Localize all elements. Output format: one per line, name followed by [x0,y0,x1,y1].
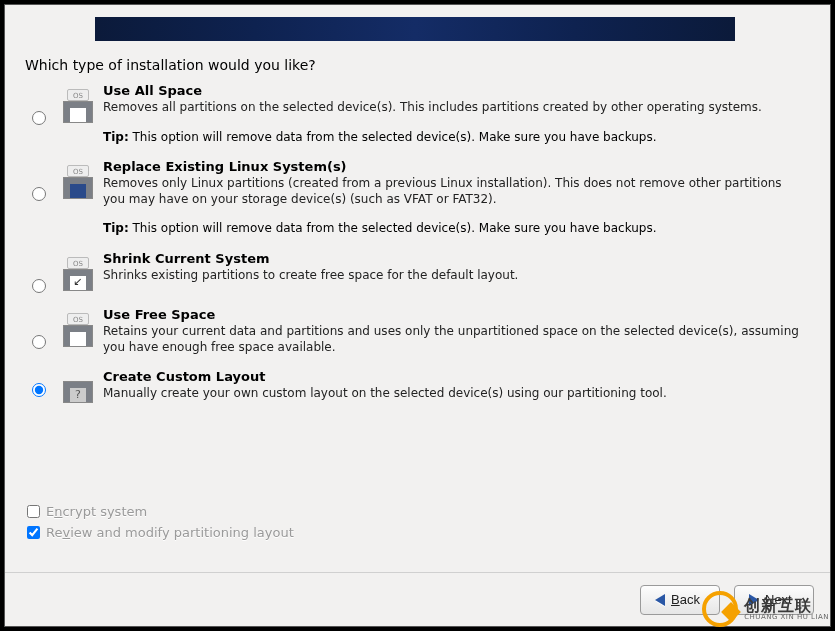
option-title: Replace Existing Linux System(s) [103,159,800,174]
installation-options: OS Use All Space Removes all partitions … [25,79,810,421]
option-tip: Tip: This option will remove data from t… [103,221,800,237]
disk-icon: OS [63,89,93,125]
arrow-right-icon [749,594,759,606]
next-button[interactable]: Next [734,585,814,615]
option-title: Use All Space [103,83,800,98]
radio-use-free-space[interactable] [32,335,46,349]
radio-create-custom-layout[interactable] [32,383,46,397]
option-use-free-space[interactable]: OS Use Free Space Retains your current d… [25,303,810,365]
arrow-left-icon [655,594,665,606]
footer-bar: Back Next [5,572,830,626]
option-use-all-space[interactable]: OS Use All Space Removes all partitions … [25,79,810,155]
encrypt-checkbox-input[interactable] [27,505,40,518]
option-desc: Shrinks existing partitions to create fr… [103,268,800,284]
option-title: Use Free Space [103,307,800,322]
radio-replace-existing[interactable] [32,187,46,201]
option-replace-existing[interactable]: OS Replace Existing Linux System(s) Remo… [25,155,810,247]
option-tip: Tip: This option will remove data from t… [103,130,800,146]
additional-checkboxes: Encrypt system Review and modify partiti… [27,504,294,546]
disk-icon: OS [63,257,93,293]
review-checkbox-input[interactable] [27,526,40,539]
review-layout-checkbox[interactable]: Review and modify partitioning layout [27,525,294,540]
option-shrink-current[interactable]: OS Shrink Current System Shrinks existin… [25,247,810,303]
radio-use-all-space[interactable] [32,111,46,125]
back-button[interactable]: Back [640,585,720,615]
option-desc: Removes all partitions on the selected d… [103,100,800,116]
encrypt-system-checkbox[interactable]: Encrypt system [27,504,294,519]
radio-shrink-current[interactable] [32,279,46,293]
installation-type-question: Which type of installation would you lik… [25,57,316,73]
option-create-custom-layout[interactable]: ? Create Custom Layout Manually create y… [25,365,810,421]
option-title: Create Custom Layout [103,369,800,384]
header-banner [95,17,735,41]
option-desc: Removes only Linux partitions (created f… [103,176,800,207]
option-desc: Manually create your own custom layout o… [103,386,800,402]
installer-window: Which type of installation would you lik… [4,4,831,627]
disk-icon-question: ? [63,375,93,411]
option-desc: Retains your current data and partitions… [103,324,800,355]
disk-icon: OS [63,165,93,201]
disk-icon: OS [63,313,93,349]
option-title: Shrink Current System [103,251,800,266]
